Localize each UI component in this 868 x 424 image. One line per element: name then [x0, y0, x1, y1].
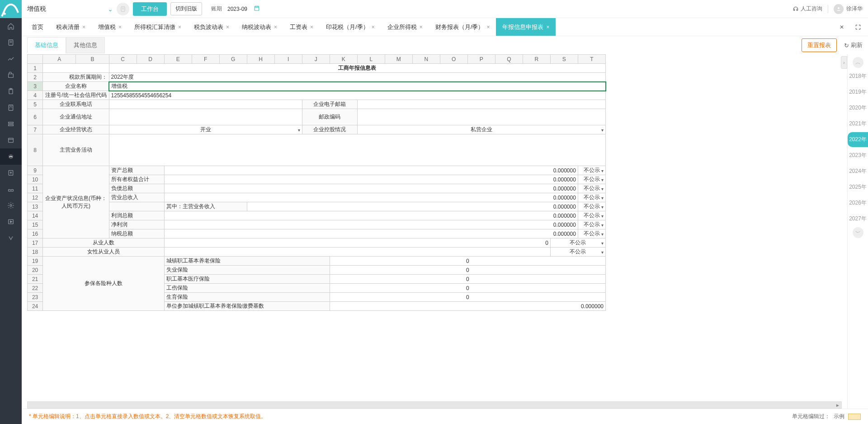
column-header[interactable]: S [550, 55, 578, 64]
cell[interactable]: 不公示 [578, 229, 605, 238]
year-item[interactable]: 2019年 [848, 85, 868, 100]
row-header[interactable]: 21 [28, 275, 43, 284]
cell[interactable] [357, 100, 605, 109]
cell[interactable]: 不公示 [578, 220, 605, 229]
cell[interactable]: 0.000000 [164, 193, 578, 202]
close-icon[interactable]: × [546, 24, 549, 30]
cell[interactable]: 不公示 [550, 248, 605, 257]
row-header[interactable]: 17 [28, 238, 43, 248]
nav-report-icon[interactable] [0, 148, 22, 165]
switch-old-button[interactable]: 切到旧版 [170, 2, 202, 15]
cell[interactable]: 0.000000 [330, 302, 605, 311]
row-header[interactable]: 22 [28, 284, 43, 293]
nav-home-icon[interactable] [0, 18, 22, 34]
scroll-right-icon[interactable]: ► [834, 402, 841, 408]
nav-chart-icon[interactable] [0, 51, 22, 67]
row-header[interactable]: 13 [28, 202, 43, 211]
close-icon[interactable]: × [310, 24, 313, 30]
cell[interactable] [357, 109, 605, 125]
column-header[interactable]: Q [495, 55, 523, 64]
row-header[interactable]: 18 [28, 248, 43, 257]
user-menu[interactable]: 徐泽华 [834, 4, 863, 14]
close-icon[interactable]: × [420, 24, 423, 30]
column-header[interactable]: H [247, 55, 274, 64]
column-header[interactable]: A [43, 55, 76, 64]
close-icon[interactable]: × [226, 24, 229, 30]
nav-table-icon[interactable] [0, 116, 22, 132]
nav-v-icon[interactable] [0, 230, 22, 246]
column-header[interactable]: E [164, 55, 192, 64]
year-up-icon[interactable]: ︿ [853, 57, 863, 68]
nav-settings-icon[interactable] [0, 197, 22, 214]
close-icon[interactable]: × [178, 24, 181, 30]
column-header[interactable]: J [302, 55, 330, 64]
tab[interactable]: 企业所得税× [381, 18, 429, 36]
column-header[interactable]: T [578, 55, 605, 64]
year-item[interactable]: 2026年 [848, 195, 868, 210]
tab[interactable]: 工资表× [283, 18, 320, 36]
close-icon[interactable]: × [82, 24, 85, 30]
cell[interactable]: 开业 [109, 125, 302, 134]
row-header[interactable]: 1 [28, 64, 43, 73]
workbench-button[interactable]: 工作台 [133, 2, 167, 16]
tab[interactable]: 所得税汇算清缴× [128, 18, 188, 36]
nav-doc-icon[interactable] [0, 34, 22, 51]
column-header[interactable]: R [523, 55, 550, 64]
year-item[interactable]: 2027年 [848, 211, 868, 226]
row-header[interactable]: 16 [28, 229, 43, 238]
tab[interactable]: 税负波动表× [188, 18, 236, 36]
row-header[interactable]: 9 [28, 166, 43, 175]
row-header[interactable]: 3 [28, 82, 43, 91]
row-header[interactable]: 23 [28, 293, 43, 302]
column-header[interactable]: B [76, 55, 109, 64]
company-selector[interactable]: 增值税 ⌄ [27, 5, 113, 13]
close-icon[interactable]: × [372, 24, 375, 30]
column-header[interactable]: K [330, 55, 357, 64]
row-header[interactable]: 12 [28, 193, 43, 202]
close-icon[interactable]: × [118, 24, 122, 30]
column-header[interactable]: L [357, 55, 385, 64]
refresh-button[interactable]: ↻ 刷新 [844, 41, 863, 49]
cell[interactable]: 不公示 [578, 184, 605, 193]
column-header[interactable]: I [274, 55, 302, 64]
year-item[interactable]: 2024年 [848, 164, 868, 179]
collapse-year-rail[interactable]: › [841, 56, 847, 69]
nav-play-icon[interactable] [0, 214, 22, 230]
tab[interactable]: 年报信息申报表× [496, 18, 556, 36]
tab[interactable]: 印花税（月/季）× [320, 18, 381, 36]
column-header[interactable]: M [385, 55, 412, 64]
tab[interactable]: 增值税× [92, 18, 128, 36]
nav-window-icon[interactable] [0, 132, 22, 148]
reset-report-button[interactable]: 重置报表 [802, 38, 837, 52]
selected-cell[interactable]: 增值税 [109, 82, 605, 91]
cell[interactable]: 12554585554554656254 [109, 91, 605, 100]
column-header[interactable]: F [192, 55, 219, 64]
row-header[interactable]: 14 [28, 211, 43, 220]
cell[interactable]: 不公示 [550, 238, 605, 248]
cell[interactable]: 0 [330, 293, 605, 302]
column-header[interactable]: G [219, 55, 247, 64]
row-header[interactable]: 8 [28, 134, 43, 166]
cell[interactable] [109, 134, 605, 166]
tab[interactable]: 纳税波动表× [236, 18, 283, 36]
year-down-icon[interactable]: ﹀ [853, 227, 863, 238]
year-item[interactable]: 2020年 [848, 100, 868, 115]
spreadsheet-grid[interactable]: ABCDEFGHIJKLMNOPQRST1工商年报信息表2税款所属期间：2022… [27, 54, 842, 400]
column-header[interactable]: P [467, 55, 495, 64]
row-header[interactable]: 6 [28, 109, 43, 125]
cell[interactable]: 不公示 [578, 193, 605, 202]
cell[interactable]: 私营企业 [357, 125, 605, 134]
subtab-other[interactable]: 其他信息 [66, 37, 105, 53]
cell[interactable]: 0.000000 [164, 175, 578, 184]
row-header[interactable]: 7 [28, 125, 43, 134]
cell[interactable] [109, 100, 302, 109]
cell[interactable]: 0.000000 [164, 166, 578, 175]
cell[interactable]: 不公示 [578, 202, 605, 211]
column-header[interactable]: O [440, 55, 467, 64]
cell[interactable] [43, 64, 109, 73]
column-header[interactable]: N [412, 55, 440, 64]
row-header[interactable]: 24 [28, 302, 43, 311]
row-header[interactable]: 4 [28, 91, 43, 100]
nav-inbox-icon[interactable] [0, 181, 22, 197]
year-item[interactable]: 2022年 [848, 132, 868, 147]
